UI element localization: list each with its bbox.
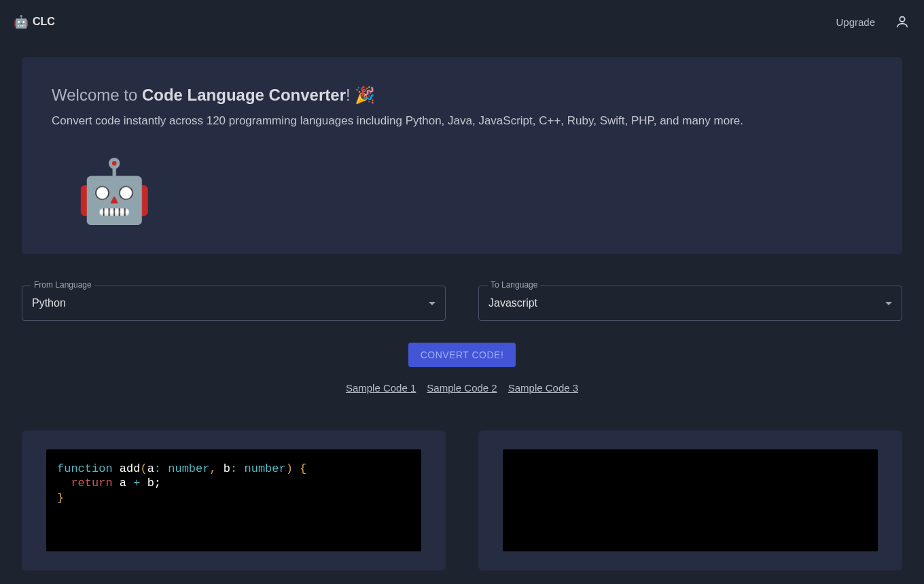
header-actions: Upgrade [836, 14, 910, 30]
language-selectors: From Language Python To Language Javascr… [22, 286, 902, 321]
welcome-title: Welcome to Code Language Converter! 🎉 [52, 86, 872, 105]
welcome-subtitle: Convert code instantly across 120 progra… [52, 114, 872, 128]
to-language-label: To Language [488, 280, 540, 290]
svg-point-0 [900, 17, 904, 22]
convert-row: CONVERT CODE! [22, 343, 902, 367]
welcome-card: Welcome to Code Language Converter! 🎉 Co… [22, 57, 902, 254]
sample-links: Sample Code 1 Sample Code 2 Sample Code … [22, 382, 902, 394]
from-language-select[interactable]: Python [22, 286, 446, 321]
from-language-value: Python [32, 297, 66, 309]
sample-code-1-link[interactable]: Sample Code 1 [346, 382, 416, 394]
output-code-panel [478, 430, 902, 570]
robot-icon: 🤖 [14, 14, 29, 29]
code-panels: function add(a: number, b: number) { ret… [22, 430, 902, 570]
sample-code-3-link[interactable]: Sample Code 3 [508, 382, 578, 394]
robot-illustration: 🤖 [76, 160, 872, 222]
convert-button[interactable]: CONVERT CODE! [408, 343, 516, 367]
profile-icon[interactable] [894, 14, 910, 30]
to-language-select[interactable]: Javascript [478, 286, 902, 321]
to-language-wrap: To Language Javascript [478, 286, 902, 321]
source-code-panel: function add(a: number, b: number) { ret… [22, 430, 446, 570]
main-content: Welcome to Code Language Converter! 🎉 Co… [0, 44, 924, 570]
app-logo[interactable]: 🤖 CLC [14, 14, 55, 29]
chevron-down-icon [885, 302, 892, 305]
logo-text: CLC [33, 16, 55, 28]
to-language-value: Javascript [488, 297, 537, 309]
sample-code-2-link[interactable]: Sample Code 2 [427, 382, 497, 394]
source-code-editor[interactable]: function add(a: number, b: number) { ret… [46, 449, 421, 551]
from-language-label: From Language [31, 280, 94, 290]
upgrade-link[interactable]: Upgrade [836, 16, 875, 28]
chevron-down-icon [429, 302, 436, 305]
from-language-wrap: From Language Python [22, 286, 446, 321]
app-header: 🤖 CLC Upgrade [0, 0, 924, 44]
output-code-editor[interactable] [503, 449, 878, 551]
